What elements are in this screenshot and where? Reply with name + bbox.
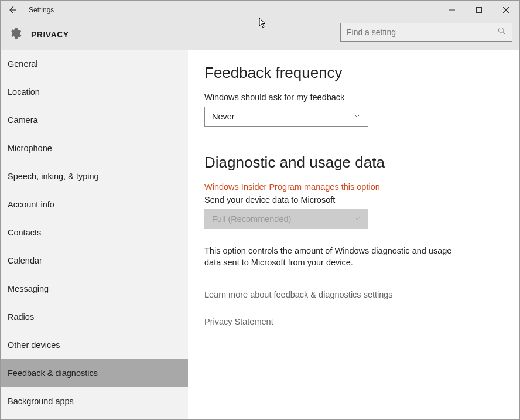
close-icon (503, 7, 509, 13)
minimize-button[interactable] (439, 1, 466, 19)
gear-icon (9, 27, 22, 42)
diagnostic-description: This option controls the amount of Windo… (204, 245, 468, 268)
chevron-down-icon (354, 214, 361, 224)
sidebar-item[interactable]: Microphone (1, 134, 188, 162)
insider-notice: Windows Insider Program manages this opt… (204, 182, 503, 192)
sidebar-item[interactable]: Speech, inking, & typing (1, 162, 188, 190)
sidebar-item-label: Other devices (8, 340, 60, 350)
chevron-down-icon (354, 111, 361, 122)
content-pane: Feedback frequency Windows should ask fo… (188, 50, 519, 419)
maximize-icon (476, 7, 482, 13)
header: PRIVACY (1, 19, 519, 50)
sidebar-item[interactable]: Calendar (1, 247, 188, 275)
sidebar-item-label: Contacts (8, 228, 41, 237)
sidebar-item-label: Location (8, 87, 40, 97)
sidebar-item-label: Microphone (8, 144, 52, 153)
sidebar-item-label: Feedback & diagnostics (8, 368, 98, 378)
svg-point-1 (498, 28, 504, 33)
sidebar-item[interactable]: Feedback & diagnostics (1, 359, 188, 387)
arrow-left-icon (8, 5, 17, 15)
sidebar-item-label: Speech, inking, & typing (8, 172, 99, 181)
page-title: PRIVACY (31, 30, 69, 39)
diagnostic-label: Send your device data to Microsoft (204, 195, 503, 204)
back-button[interactable] (1, 1, 24, 19)
dropdown-value: Never (212, 112, 235, 121)
feedback-frequency-dropdown[interactable]: Never (204, 107, 368, 127)
search-box[interactable] (340, 23, 512, 42)
window-title: Settings (29, 6, 54, 14)
sidebar-item-label: Calendar (8, 256, 42, 265)
feedback-heading: Feedback frequency (204, 64, 503, 82)
diagnostic-heading: Diagnostic and usage data (204, 153, 503, 172)
learn-more-link[interactable]: Learn more about feedback & diagnostics … (204, 290, 393, 299)
svg-rect-0 (477, 8, 482, 13)
sidebar: GeneralLocationCameraMicrophoneSpeech, i… (1, 50, 188, 419)
sidebar-item-label: Messaging (8, 284, 49, 293)
sidebar-item[interactable]: Messaging (1, 275, 188, 303)
sidebar-item[interactable]: Account info (1, 190, 188, 218)
sidebar-item[interactable]: Background apps (1, 387, 188, 415)
sidebar-item[interactable]: Other devices (1, 331, 188, 359)
sidebar-item-label: Account info (8, 200, 54, 209)
window-controls (439, 1, 519, 19)
titlebar: Settings (1, 1, 519, 19)
sidebar-item-label: Camera (8, 115, 38, 125)
minimize-icon (449, 7, 455, 13)
dropdown-value: Full (Recommended) (212, 214, 291, 224)
sidebar-item[interactable]: General (1, 50, 188, 78)
maximize-button[interactable] (466, 1, 492, 19)
search-icon (498, 27, 506, 37)
close-button[interactable] (492, 1, 519, 19)
sidebar-item[interactable]: Location (1, 78, 188, 106)
search-input[interactable] (347, 28, 498, 37)
sidebar-item-label: General (8, 59, 38, 69)
sidebar-item-label: Background apps (8, 397, 74, 406)
privacy-statement-link[interactable]: Privacy Statement (204, 317, 273, 326)
sidebar-item[interactable]: Camera (1, 106, 188, 134)
sidebar-item-label: Radios (8, 312, 34, 322)
feedback-label: Windows should ask for my feedback (204, 93, 503, 102)
diagnostic-data-dropdown: Full (Recommended) (204, 209, 368, 229)
sidebar-item[interactable]: Radios (1, 303, 188, 331)
sidebar-item[interactable]: Contacts (1, 218, 188, 247)
